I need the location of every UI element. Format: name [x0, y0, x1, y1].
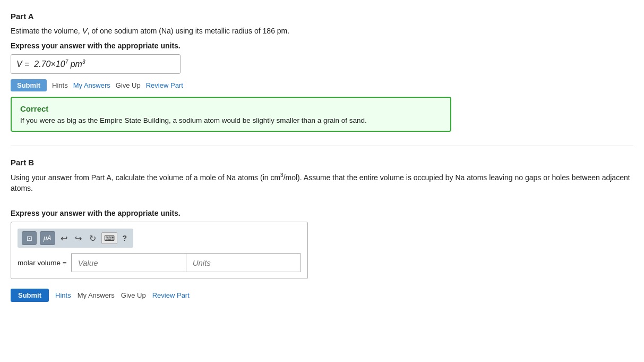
undo-icon[interactable]: ↩: [58, 232, 70, 245]
part-b-na-note: [11, 198, 633, 207]
part-a-express-label: Express your answer with the appropriate…: [11, 41, 633, 50]
part-a-give-up-label: Give Up: [116, 81, 141, 89]
part-b-desc-pre: Using your answer from Part A, calculate…: [11, 173, 280, 181]
redo-icon[interactable]: ↪: [73, 232, 84, 245]
part-b-section: Part B Using your answer from Part A, ca…: [11, 151, 633, 311]
part-a-answer-text: V = 2.70×107 pm3: [16, 60, 85, 69]
value-input[interactable]: [71, 253, 186, 272]
part-b-description: Using your answer from Part A, calculate…: [11, 171, 633, 195]
part-a-correct-box: Correct If you were as big as the Empire…: [11, 97, 451, 132]
section-divider: [11, 146, 633, 146]
part-a-section: Part A Estimate the volume, V, of one so…: [11, 5, 633, 140]
part-a-description: Estimate the volume, V, of one sodium at…: [11, 25, 633, 37]
part-b-express-label: Express your answer with the appropriate…: [11, 209, 633, 217]
part-b-hints-link[interactable]: Hints: [55, 291, 71, 299]
molar-row: molar volume =: [18, 253, 301, 272]
part-a-hints-label: Hints: [52, 81, 68, 89]
part-a-title: Part A: [11, 12, 633, 21]
part-b-give-up-label: Give Up: [121, 291, 146, 299]
part-b-my-answers-label: My Answers: [78, 291, 115, 299]
part-a-submit-button[interactable]: Submit: [11, 79, 47, 91]
part-a-my-answers-link[interactable]: My Answers: [73, 81, 110, 89]
part-b-title: Part B: [11, 158, 633, 167]
part-a-correct-title: Correct: [20, 104, 442, 113]
part-b-toolbar: Submit Hints My Answers Give Up Review P…: [11, 289, 633, 302]
part-b-submit-button[interactable]: Submit: [11, 289, 49, 302]
part-a-toolbar: Submit Hints My Answers Give Up Review P…: [11, 79, 633, 91]
help-icon[interactable]: ?: [121, 232, 130, 244]
part-a-desc-var: V: [82, 26, 88, 35]
part-b-review-part-link[interactable]: Review Part: [152, 291, 190, 299]
part-a-review-part-link[interactable]: Review Part: [146, 81, 183, 89]
part-a-desc-pre: Estimate the volume,: [11, 27, 82, 35]
molar-label: molar volume =: [18, 259, 67, 267]
matrix-btn[interactable]: ⊡: [22, 231, 37, 245]
part-b-math-toolbar: ⊡ μA ↩ ↪ ↻ ⌨ ?: [18, 229, 133, 248]
keyboard-icon[interactable]: ⌨: [101, 232, 117, 244]
part-a-desc-post: , of one sodium atom (Na) using its meta…: [88, 27, 290, 35]
mu-btn[interactable]: μA: [40, 231, 55, 245]
part-a-answer-box: V = 2.70×107 pm3: [11, 54, 181, 74]
units-input[interactable]: [186, 253, 301, 272]
refresh-icon[interactable]: ↻: [87, 232, 98, 245]
part-b-math-input-area: ⊡ μA ↩ ↪ ↻ ⌨ ? molar volume =: [11, 222, 308, 279]
part-a-correct-text: If you were as big as the Empire State B…: [20, 116, 442, 124]
